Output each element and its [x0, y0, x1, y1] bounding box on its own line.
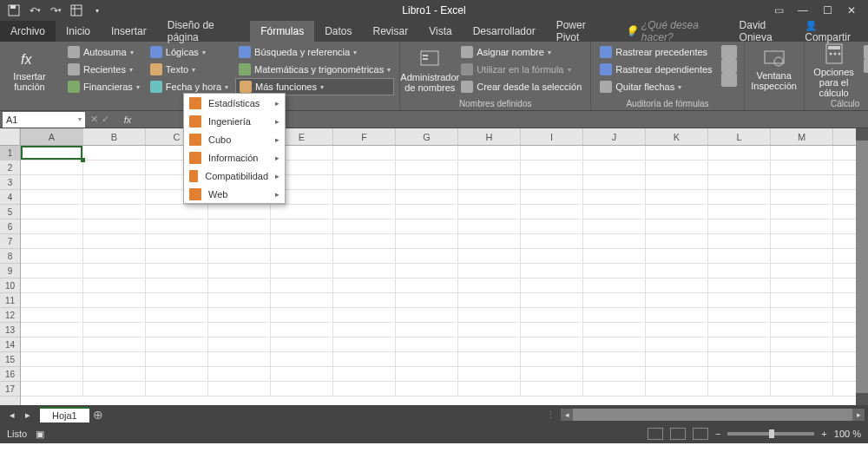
col-header[interactable]: F	[333, 128, 396, 145]
trace-precedents-button[interactable]: Rastrear precedentes	[596, 43, 715, 61]
tab-archivo[interactable]: Archivo	[0, 21, 56, 42]
col-header[interactable]: H	[458, 128, 521, 145]
sheet-nav-first-icon[interactable]: ◂	[5, 409, 19, 421]
row-header[interactable]: 6	[0, 219, 20, 234]
horizontal-scrollbar[interactable]: ◂ ▸	[561, 409, 865, 421]
tab-powerpivot[interactable]: Power Pivot	[546, 21, 616, 42]
col-header[interactable]: K	[646, 128, 708, 145]
normal-view-icon[interactable]	[648, 428, 663, 440]
evaluate-icon[interactable]	[721, 73, 737, 87]
calc-options-button[interactable]: Opciones para el cálculo	[810, 43, 858, 97]
tab-scroll-splitter[interactable]: ⋮	[541, 409, 561, 421]
col-header[interactable]: I	[521, 128, 583, 145]
watch-window-button[interactable]: Ventana Inspección	[750, 43, 799, 97]
use-in-formula-button[interactable]: Utilizar en la fórmula▾	[457, 61, 585, 78]
col-header[interactable]: G	[396, 128, 458, 145]
table-icon[interactable]	[68, 2, 85, 19]
lookup-button[interactable]: Búsqueda y referencia▾	[235, 43, 394, 61]
row-header[interactable]: 2	[0, 160, 20, 175]
zoom-level[interactable]: 100 %	[834, 429, 861, 439]
show-formulas-icon[interactable]	[721, 45, 737, 59]
zoom-out-button[interactable]: −	[715, 429, 720, 439]
page-break-view-icon[interactable]	[693, 428, 708, 440]
share-button[interactable]: 👤 Compartir	[805, 19, 859, 43]
row-header[interactable]: 3	[0, 175, 20, 190]
create-from-selection-button[interactable]: Crear desde la selección	[457, 78, 585, 95]
confirm-formula-icon[interactable]: ✓	[102, 114, 109, 125]
row-header[interactable]: 11	[0, 293, 20, 308]
user-name[interactable]: David Onieva	[740, 19, 795, 43]
row-header[interactable]: 14	[0, 337, 20, 352]
minimize-icon[interactable]: ―	[792, 2, 814, 19]
vertical-scrollbar[interactable]	[856, 128, 868, 405]
logical-button[interactable]: Lógicas▾	[147, 43, 232, 61]
add-sheet-button[interactable]: ⊕	[89, 408, 107, 422]
menu-compatibilidad[interactable]: Compatibilidad▸	[184, 167, 285, 185]
insert-function-button[interactable]: fx Insertar función	[5, 43, 54, 97]
financial-button[interactable]: Financieras▾	[64, 78, 143, 95]
scroll-thumb[interactable]	[573, 409, 852, 421]
row-header[interactable]: 7	[0, 234, 20, 249]
row-header[interactable]: 13	[0, 323, 20, 337]
save-icon[interactable]	[5, 2, 23, 19]
row-header[interactable]: 17	[0, 382, 20, 396]
col-header[interactable]: A	[21, 128, 83, 145]
ribbon-display-icon[interactable]: ▭	[767, 2, 790, 19]
close-icon[interactable]: ✕	[840, 2, 863, 19]
row-header[interactable]: 4	[0, 190, 20, 205]
undo-icon[interactable]: ↶▾	[26, 2, 43, 19]
scroll-left-icon[interactable]: ◂	[561, 409, 573, 421]
redo-icon[interactable]: ↷▾	[47, 2, 64, 19]
trace-dependents-button[interactable]: Rastrear dependientes	[596, 61, 715, 78]
row-header[interactable]: 8	[0, 249, 20, 264]
row-header[interactable]: 12	[0, 308, 20, 323]
calc-now-icon[interactable]	[864, 45, 868, 59]
row-header[interactable]: 16	[0, 367, 20, 382]
macro-record-icon[interactable]: ▣	[36, 429, 44, 440]
row-header[interactable]: 10	[0, 278, 20, 293]
tab-inicio[interactable]: Inicio	[56, 21, 101, 42]
scroll-thumb[interactable]	[856, 141, 868, 393]
sheet-tab[interactable]: Hoja1	[40, 407, 89, 423]
fill-handle[interactable]	[81, 158, 85, 162]
tab-vista[interactable]: Vista	[418, 21, 462, 42]
math-button[interactable]: Matemáticas y trigonométricas▾	[235, 61, 394, 78]
zoom-slider[interactable]	[727, 432, 814, 436]
maximize-icon[interactable]: ☐	[816, 2, 838, 19]
tab-diseno[interactable]: Diseño de página	[157, 21, 250, 42]
sheet-nav-last-icon[interactable]: ▸	[21, 409, 35, 421]
col-header[interactable]: M	[771, 128, 833, 145]
error-check-icon[interactable]	[721, 59, 737, 73]
col-header[interactable]: B	[83, 128, 146, 145]
tab-insertar[interactable]: Insertar	[101, 21, 157, 42]
row-header[interactable]: 9	[0, 264, 20, 278]
menu-ingenieria[interactable]: Ingeniería▸	[184, 112, 285, 130]
name-manager-button[interactable]: Administrador de nombres	[405, 43, 454, 97]
remove-arrows-button[interactable]: Quitar flechas▾	[596, 78, 715, 95]
define-name-button[interactable]: Asignar nombre▾	[457, 43, 585, 61]
menu-cubo[interactable]: Cubo▸	[184, 130, 285, 148]
menu-estadisticas[interactable]: Estadísticas▸	[184, 94, 285, 112]
fx-icon[interactable]: fx	[115, 115, 141, 125]
row-header[interactable]: 1	[0, 146, 20, 160]
col-header[interactable]: L	[708, 128, 771, 145]
cancel-formula-icon[interactable]: ✕	[90, 114, 98, 125]
tab-desarrollador[interactable]: Desarrollador	[463, 21, 546, 42]
menu-informacion[interactable]: Información▸	[184, 148, 285, 167]
slider-thumb[interactable]	[769, 429, 774, 438]
scroll-right-icon[interactable]: ▸	[852, 409, 865, 421]
select-all-corner[interactable]	[0, 128, 20, 146]
row-header[interactable]: 5	[0, 205, 20, 219]
tab-datos[interactable]: Datos	[314, 21, 362, 42]
page-layout-view-icon[interactable]	[670, 428, 686, 440]
row-header[interactable]: 15	[0, 352, 20, 367]
calc-sheet-icon[interactable]	[864, 59, 868, 73]
text-button[interactable]: Texto▾	[147, 61, 232, 78]
qat-customize-icon[interactable]: ▾	[89, 2, 106, 19]
cell-area[interactable]	[21, 146, 868, 396]
recent-button[interactable]: Recientes▾	[64, 61, 143, 78]
menu-web[interactable]: Web▸	[184, 185, 285, 203]
col-header[interactable]: J	[583, 128, 646, 145]
tab-revisar[interactable]: Revisar	[363, 21, 419, 42]
zoom-in-button[interactable]: +	[821, 429, 826, 439]
